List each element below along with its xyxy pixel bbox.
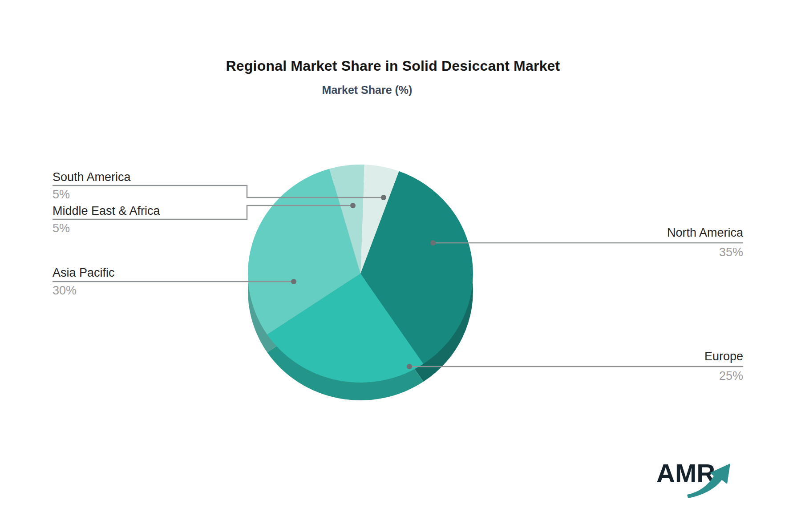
value-middle-east-africa: 5% xyxy=(53,222,70,235)
callout-dot-north-america xyxy=(430,240,436,246)
label-south-america-name: South America xyxy=(53,170,131,184)
pie-chart-canvas xyxy=(0,0,801,532)
label-europe-name: Europe xyxy=(538,350,743,363)
label-middle-east-africa-value: 5% xyxy=(53,222,70,235)
label-middle-east-africa-name: Middle East & Africa xyxy=(53,204,160,218)
label-north-america-value: 35% xyxy=(538,246,743,259)
value-europe: 25% xyxy=(538,369,743,383)
callout-dot-asia-pacific xyxy=(291,279,296,284)
callout-dot-middle-east-africa xyxy=(350,203,356,208)
label-europe: Europe xyxy=(538,350,743,363)
label-north-america-name: North America xyxy=(538,226,743,239)
growth-arrow-icon xyxy=(686,458,735,500)
label-north-america: North America xyxy=(538,226,743,239)
label-asia-pacific-name: Asia Pacific xyxy=(53,266,115,279)
callout-dot-south-america xyxy=(381,195,386,200)
callout-dot-europe xyxy=(407,364,412,369)
label-south-america-value: 5% xyxy=(53,188,70,201)
label-asia-pacific: Asia Pacific xyxy=(53,266,115,279)
label-middle-east-africa: Middle East & Africa xyxy=(53,204,160,218)
label-south-america: South America xyxy=(53,170,131,184)
amr-logo: AMR xyxy=(654,455,748,504)
value-north-america: 35% xyxy=(538,246,743,259)
value-asia-pacific: 30% xyxy=(53,284,77,297)
label-asia-pacific-value: 30% xyxy=(53,284,77,297)
label-europe-value: 25% xyxy=(538,369,743,383)
value-south-america: 5% xyxy=(53,188,70,201)
